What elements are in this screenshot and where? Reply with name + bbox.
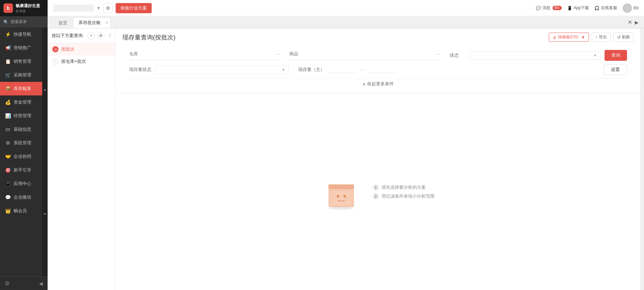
sidebar-scroll-up[interactable] bbox=[42, 28, 48, 152]
app-download-button[interactable]: 📱 App下载 bbox=[567, 5, 589, 11]
topbar-gear-button[interactable]: ⚙ bbox=[103, 3, 113, 13]
close-panel-icon[interactable]: ✕ bbox=[628, 19, 632, 25]
add-icon: + bbox=[90, 33, 92, 38]
sidebar-item-label: 销售管理 bbox=[14, 58, 31, 65]
sidebar-item-basics[interactable]: 🗃 基础信息 bbox=[0, 123, 42, 136]
sidebar-item-label: 库存核算 bbox=[14, 86, 31, 92]
left-panel: 按以下方案查询 + ⚙ 《 ⊙ 按批次 ○ 按仓库+批次 bbox=[48, 29, 116, 290]
sidebar-item-label: 快捷导航 bbox=[14, 31, 31, 37]
service-icon: 🎧 bbox=[594, 6, 599, 11]
empty-svg bbox=[322, 171, 362, 212]
sidebar-item-shortcuts[interactable]: ⚡ 快捷导航 bbox=[0, 28, 42, 41]
sidebar-item-label: 营销推广 bbox=[14, 45, 31, 51]
page-header: 现存量查询(按批次) 🖨 按模板打印 ▼ ↑ 导出 ↺ bbox=[116, 29, 641, 93]
plan-item-warehouse-batch[interactable]: ○ 按仓库+批次 bbox=[48, 55, 115, 68]
sidebar-item-marketing[interactable]: 📢 营销推广 bbox=[0, 41, 42, 55]
status-filter-select[interactable]: ▼ bbox=[469, 51, 600, 60]
app-logo: b bbox=[3, 3, 13, 13]
sidebar-item-sales[interactable]: 📋 销售管理 bbox=[0, 55, 42, 68]
inv-qty-min-input[interactable] bbox=[327, 66, 355, 73]
left-panel-header: 按以下方案查询 + ⚙ 《 bbox=[48, 29, 115, 43]
sidebar-item-members[interactable]: 👑 畅会员 bbox=[0, 204, 42, 218]
export-button[interactable]: ↑ 导出 bbox=[592, 33, 611, 42]
sidebar-scroll-down[interactable] bbox=[42, 152, 48, 277]
hint-2-text: 用过滤条件来缩小分析范围 bbox=[382, 193, 435, 199]
settings-button[interactable]: 设置 bbox=[604, 64, 627, 75]
sidebar-item-enterprise[interactable]: 🤝 企业协同 bbox=[0, 150, 42, 163]
sidebar-item-label: 基础信息 bbox=[14, 126, 31, 132]
messages-button[interactable]: 💬 消息 99+ bbox=[536, 5, 562, 11]
left-panel-title: 按以下方案查询 bbox=[52, 33, 83, 39]
topbar-right: 💬 消息 99+ 📱 App下载 🎧 在线客服 Rit bbox=[536, 3, 639, 13]
messages-badge: 99+ bbox=[553, 6, 562, 10]
sidebar-item-label: 企业微信 bbox=[14, 194, 31, 200]
gear-icon: ⚙ bbox=[106, 5, 110, 11]
message-icon: 💬 bbox=[536, 6, 541, 11]
apps-icon: 📱 bbox=[5, 181, 11, 187]
plan-item-batch[interactable]: ⊙ 按批次 bbox=[48, 43, 115, 55]
tab-close-button[interactable]: × bbox=[106, 20, 108, 25]
tab-inventory-batch[interactable]: 库存批次账 × bbox=[73, 17, 111, 28]
sales-icon: 📋 bbox=[5, 58, 11, 65]
svg-point-3 bbox=[337, 195, 339, 198]
purchase-icon: 🛒 bbox=[5, 72, 11, 78]
sidebar-item-newuser[interactable]: 🎯 新手引导 bbox=[0, 163, 42, 177]
collapse-sidebar-icon[interactable]: ◀ bbox=[39, 281, 43, 286]
svg-point-4 bbox=[343, 195, 346, 198]
inventory-icon: 📦 bbox=[5, 86, 11, 92]
breadcrumb-input[interactable] bbox=[53, 4, 94, 12]
product-filter-input[interactable] bbox=[306, 51, 436, 56]
query-button[interactable]: 查询 bbox=[605, 50, 627, 61]
sidebar-item-wechat[interactable]: 💬 企业微信 bbox=[0, 191, 42, 204]
plan-settings-button[interactable]: ⚙ bbox=[97, 32, 104, 39]
inv-qty-dash: — bbox=[357, 67, 367, 72]
sidebar-item-purchase[interactable]: 🛒 采购管理 bbox=[0, 68, 42, 82]
warehouse-more-icon[interactable]: ··· bbox=[276, 51, 280, 57]
empty-hints: 1 请先选择要分析的方案 2 用过滤条件来缩小分析范围 bbox=[373, 184, 435, 199]
user-menu[interactable]: Rit bbox=[623, 3, 639, 13]
add-plan-button[interactable]: + bbox=[87, 32, 95, 39]
sidebar-item-label: 应用中心 bbox=[14, 181, 31, 187]
filter-group-status: 状态 ▼ bbox=[450, 51, 600, 60]
sidebar-item-system[interactable]: ⚙ 系统管理 bbox=[0, 136, 42, 150]
tab-home[interactable]: 首页 bbox=[53, 18, 73, 28]
industry-solution-button[interactable]: 体验行业方案 bbox=[116, 3, 152, 13]
user-name: Rit bbox=[633, 6, 639, 11]
product-filter-label: 商品 bbox=[289, 51, 306, 57]
print-button[interactable]: 🖨 按模板打印 ▼ bbox=[549, 33, 589, 42]
sidebar-item-finance[interactable]: 💰 资金管理 bbox=[0, 95, 42, 109]
sidebar-item-operations[interactable]: 📊 经营管理 bbox=[0, 109, 42, 123]
refresh-label: 刷新 bbox=[622, 34, 630, 40]
app-title-block: 畅康通好生意 标准版 bbox=[16, 3, 40, 14]
sidebar-item-apps[interactable]: 📱 应用中心 bbox=[0, 177, 42, 191]
collapse-panel-button[interactable]: 《 bbox=[106, 33, 111, 39]
breadcrumb-dropdown-icon[interactable]: ▼ bbox=[97, 6, 101, 11]
search-menu[interactable]: 🔍 搜索菜单 bbox=[0, 16, 48, 28]
svg-rect-1 bbox=[328, 184, 354, 189]
collapse-more-button[interactable]: ∧ 收起更多条件 bbox=[129, 78, 627, 89]
filter-row-2: 现存量状态 ▼ 现存量（主） — bbox=[129, 64, 627, 75]
export-label: 导出 bbox=[599, 34, 607, 40]
warehouse-filter-input[interactable] bbox=[146, 51, 276, 56]
inv-qty-max-input[interactable] bbox=[369, 66, 396, 73]
right-arrow-icon[interactable]: ▶ bbox=[635, 20, 639, 25]
wechat-icon: 💬 bbox=[5, 194, 11, 200]
online-service-button[interactable]: 🎧 在线客服 bbox=[594, 5, 617, 11]
sidebar-item-inventory[interactable]: 📦 库存核算 bbox=[0, 82, 42, 95]
empty-hint-2: 2 用过滤条件来缩小分析范围 bbox=[373, 193, 435, 199]
page-title-row: 现存量查询(按批次) 🖨 按模板打印 ▼ ↑ 导出 ↺ bbox=[122, 33, 634, 46]
plan-label-batch: 按批次 bbox=[61, 46, 74, 52]
print-dropdown-icon[interactable]: ▼ bbox=[581, 35, 585, 40]
search-icon: 🔍 bbox=[3, 20, 9, 24]
refresh-button[interactable]: ↺ 刷新 bbox=[613, 33, 634, 42]
sidebar-header: b 畅康通好生意 标准版 bbox=[0, 0, 48, 16]
app-download-label: App下载 bbox=[574, 5, 589, 11]
tab-inventory-batch-label: 库存批次账 bbox=[79, 20, 101, 25]
newuser-icon: 🎯 bbox=[5, 167, 11, 173]
filter-group-warehouse: 仓库 ··· bbox=[129, 51, 280, 60]
inv-status-select[interactable]: ▼ bbox=[155, 66, 289, 74]
settings-icon[interactable]: ⚙ bbox=[5, 280, 10, 287]
right-scrollbar[interactable] bbox=[641, 29, 644, 290]
product-more-icon[interactable]: ··· bbox=[436, 51, 440, 57]
online-service-label: 在线客服 bbox=[601, 5, 617, 11]
